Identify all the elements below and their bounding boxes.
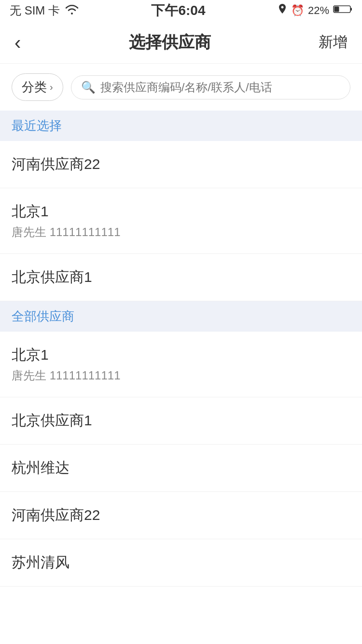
recent-section-header: 最近选择 [0,111,362,141]
wifi-icon [65,4,79,17]
item-name: 河南供应商22 [12,505,350,525]
item-name: 北京1 [12,345,350,365]
page-title: 选择供应商 [129,31,211,54]
list-item[interactable]: 北京供应商1 [0,254,362,301]
item-name: 杭州维达 [12,458,350,478]
chevron-right-icon: › [50,82,53,93]
item-sub: 唐先生 11111111111 [12,368,350,383]
svg-rect-1 [334,7,339,12]
item-name: 北京1 [12,202,350,222]
status-right: ⏰ 22% [278,4,352,17]
list-item[interactable]: 苏州清风 [0,539,362,587]
recent-list: 河南供应商22北京1唐先生 11111111111北京供应商1 [0,141,362,301]
carrier-text: 无 SIM 卡 [10,3,60,18]
list-item[interactable]: 北京供应商1 [0,397,362,445]
list-item[interactable]: 河南供应商22 [0,141,362,188]
recent-section-label: 最近选择 [12,118,62,133]
filter-bar: 分类 › 🔍 [0,64,362,111]
list-item[interactable]: 北京1唐先生 11111111111 [0,188,362,254]
add-button[interactable]: 新增 [319,32,348,52]
all-section-label: 全部供应商 [12,309,74,323]
status-left: 无 SIM 卡 [10,3,79,18]
item-name: 北京供应商1 [12,267,350,287]
list-item[interactable]: 河南供应商22 [0,492,362,539]
category-button[interactable]: 分类 › [12,73,63,101]
location-icon [278,4,287,17]
status-time: 下午6:04 [151,1,205,20]
search-icon: 🔍 [81,81,96,94]
svg-rect-2 [350,8,352,11]
item-sub: 唐先生 11111111111 [12,224,350,240]
list-item[interactable]: 北京1唐先生 11111111111 [0,332,362,397]
item-name: 苏州清风 [12,553,350,573]
item-name: 河南供应商22 [12,154,350,174]
alarm-icon: ⏰ [291,4,304,17]
search-bar: 🔍 [71,75,350,99]
all-list: 北京1唐先生 11111111111北京供应商1杭州维达河南供应商22苏州清风 [0,332,362,587]
list-item[interactable]: 杭州维达 [0,445,362,492]
nav-bar: ‹ 选择供应商 新增 [0,21,362,64]
status-bar: 无 SIM 卡 下午6:04 ⏰ 22% [0,0,362,21]
all-section-header: 全部供应商 [0,301,362,332]
search-input[interactable] [100,81,340,94]
item-name: 北京供应商1 [12,411,350,431]
battery-text: 22% [308,4,329,17]
back-button[interactable]: ‹ [14,33,21,52]
battery-icon [333,4,352,17]
category-label: 分类 [22,79,47,96]
